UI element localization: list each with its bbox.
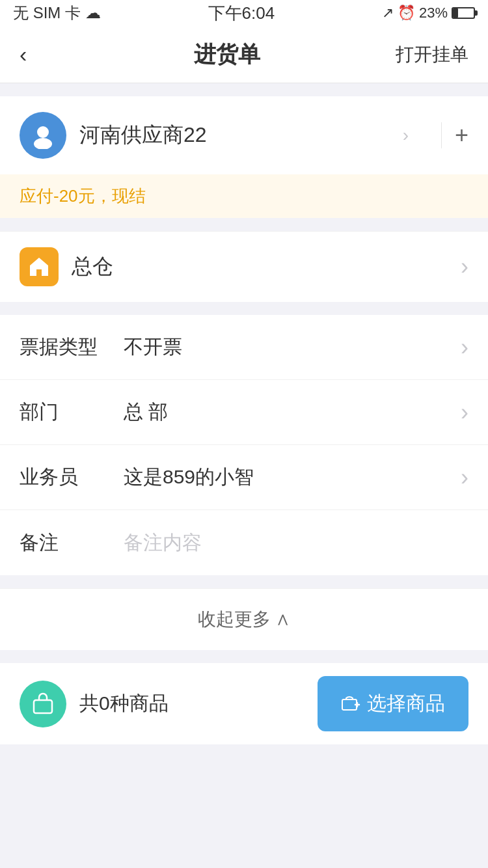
- invoice-type-value: 不开票: [124, 334, 461, 360]
- page-background: [0, 744, 488, 868]
- department-label: 部门: [20, 399, 124, 426]
- status-right: ↗ ⏰ 23%: [382, 5, 475, 21]
- salesperson-row[interactable]: 业务员 这是859的小智: [0, 445, 488, 510]
- bottom-bar: 共0种商品 选择商品: [0, 663, 488, 744]
- battery-icon: [452, 7, 475, 19]
- cart-icon: [30, 691, 56, 717]
- supplier-avatar: [20, 112, 66, 159]
- supplier-arrow-icon: ›: [403, 125, 409, 146]
- warehouse-icon: [20, 247, 59, 286]
- select-product-button[interactable]: 选择商品: [318, 676, 468, 731]
- salesperson-label: 业务员: [20, 464, 124, 491]
- warehouse-arrow-icon: [461, 253, 468, 280]
- section-gap-1: [0, 83, 488, 96]
- remarks-row[interactable]: 备注 备注内容: [0, 510, 488, 575]
- select-product-label: 选择商品: [367, 690, 445, 717]
- alert-banner: 应付-20元，现结: [0, 174, 488, 218]
- invoice-type-row[interactable]: 票据类型 不开票: [0, 315, 488, 380]
- add-cart-icon: [341, 694, 360, 714]
- alarm-icon: ⏰: [398, 5, 415, 21]
- supplier-section: 河南供应商22 › + 应付-20元，现结: [0, 96, 488, 218]
- open-pending-button[interactable]: 打开挂单: [396, 42, 468, 67]
- person-icon: [29, 122, 57, 149]
- status-left: 无 SIM 卡 ☁: [13, 3, 101, 23]
- remarks-label: 备注: [20, 530, 124, 556]
- product-count: 共0种商品: [79, 690, 305, 717]
- invoice-type-label: 票据类型: [20, 334, 124, 360]
- remarks-value: 备注内容: [124, 530, 468, 556]
- svg-rect-3: [342, 699, 357, 710]
- form-section: 票据类型 不开票 部门 总 部 业务员 这是859的小智 备注 备注内容: [0, 315, 488, 575]
- svg-rect-2: [34, 700, 52, 713]
- department-row[interactable]: 部门 总 部: [0, 380, 488, 445]
- svg-point-1: [34, 138, 52, 149]
- supplier-name: 河南供应商22: [79, 121, 403, 150]
- nav-bar: ‹ 进货单 打开挂单: [0, 26, 488, 83]
- svg-point-0: [37, 126, 49, 138]
- status-bar: 无 SIM 卡 ☁ 下午6:04 ↗ ⏰ 23%: [0, 0, 488, 26]
- add-supplier-button[interactable]: +: [455, 122, 468, 149]
- status-time: 下午6:04: [208, 2, 275, 25]
- warehouse-row[interactable]: 总仓: [0, 231, 488, 302]
- warehouse-section: 总仓: [0, 231, 488, 302]
- collapse-label: 收起更多 ∧: [198, 607, 291, 632]
- home-icon: [27, 255, 51, 278]
- supplier-row[interactable]: 河南供应商22 › +: [0, 96, 488, 174]
- section-gap-2: [0, 218, 488, 231]
- location-icon: ↗: [382, 5, 394, 21]
- invoice-type-arrow: [461, 334, 468, 361]
- back-button[interactable]: ‹: [20, 42, 59, 67]
- salesperson-value: 这是859的小智: [124, 464, 461, 491]
- salesperson-arrow: [461, 464, 468, 491]
- product-icon: [20, 681, 66, 727]
- supplier-divider: [441, 122, 442, 148]
- collapse-row[interactable]: 收起更多 ∧: [0, 588, 488, 650]
- sim-label: 无 SIM 卡 ☁: [13, 3, 101, 23]
- battery-label: 23%: [419, 5, 448, 21]
- department-arrow: [461, 399, 468, 426]
- page-title: 进货单: [194, 40, 260, 70]
- warehouse-name: 总仓: [72, 252, 461, 281]
- department-value: 总 部: [124, 399, 461, 426]
